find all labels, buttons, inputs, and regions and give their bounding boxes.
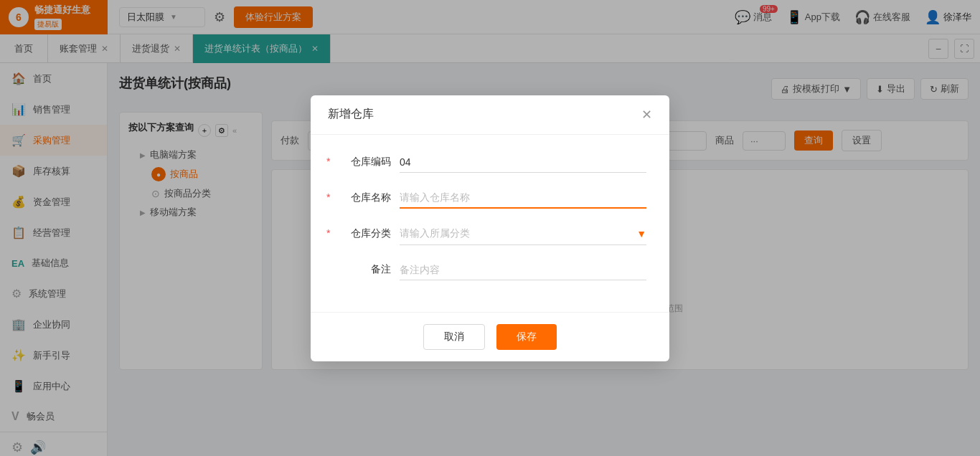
form-row-code: 仓库编码 [334,152,646,173]
note-label: 备注 [334,263,391,276]
category-label: 仓库分类 [334,227,391,240]
modal-overlay: 新增仓库 ✕ 仓库编码 仓库名称 仓库分类 请输入所属分类 ▼ [0,0,980,456]
form-row-category: 仓库分类 请输入所属分类 ▼ [334,223,646,245]
category-select[interactable]: 请输入所属分类 ▼ [400,223,646,245]
name-label: 仓库名称 [334,191,391,204]
name-input[interactable] [400,187,646,209]
save-button[interactable]: 保存 [496,324,557,350]
code-input[interactable] [400,152,646,173]
form-row-note: 备注 [334,260,646,280]
code-label: 仓库编码 [334,156,391,168]
new-warehouse-modal: 新增仓库 ✕ 仓库编码 仓库名称 仓库分类 请输入所属分类 ▼ [311,95,669,361]
modal-header: 新增仓库 ✕ [311,95,669,135]
modal-body: 仓库编码 仓库名称 仓库分类 请输入所属分类 ▼ 备注 [311,135,669,312]
note-input[interactable] [400,260,646,280]
modal-footer: 取消 保存 [311,312,669,361]
category-dropdown-arrow: ▼ [636,228,646,239]
modal-title: 新增仓库 [328,107,374,122]
modal-close-button[interactable]: ✕ [641,107,652,123]
cancel-button[interactable]: 取消 [423,324,485,350]
form-row-name: 仓库名称 [334,187,646,209]
